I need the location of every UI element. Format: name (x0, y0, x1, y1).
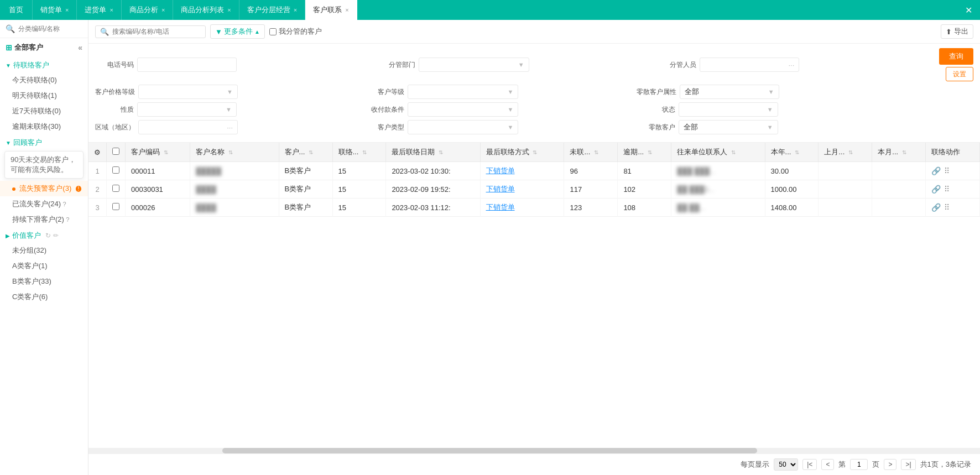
all-customers-label: 全部客户 (14, 43, 43, 53)
filter-customer-type-select[interactable]: ▼ (408, 120, 518, 134)
th-contact-num[interactable]: 联络... ⇅ (332, 143, 386, 162)
filter-sparse-select[interactable]: 全部 ▼ (679, 120, 778, 134)
row2-action-more-icon[interactable]: ⠿ (944, 185, 950, 194)
per-page-select[interactable]: 50 (774, 458, 798, 471)
sidebar-item-ungrouped[interactable]: 未分组(32) (0, 243, 88, 258)
row3-select[interactable] (112, 203, 119, 210)
th-code[interactable]: 客户编码 ⇅ (126, 143, 190, 162)
filter-region-select[interactable]: ··· (138, 120, 238, 134)
first-page-btn[interactable]: |< (802, 459, 817, 470)
filter-dept-label: 分管部门 (377, 60, 415, 70)
sidebar-item-7days[interactable]: 近7天待联络(0) (0, 103, 88, 119)
filter-phone: 电话号码 (95, 58, 372, 72)
th-person[interactable]: 往来单位联系人 ⇅ (671, 143, 765, 162)
row2-actions: 🔗 ⠿ (926, 180, 980, 199)
query-button[interactable]: 查询 (939, 48, 973, 65)
sort-person-icon: ⇅ (731, 149, 736, 155)
filter-sparse-attr-select[interactable]: 全部 ▼ (680, 85, 779, 99)
tab-home[interactable]: 首页 (0, 0, 33, 20)
row2-checkbox[interactable] (107, 180, 126, 199)
export-label: 导出 (954, 27, 968, 36)
my-customers-checkbox[interactable] (269, 28, 277, 35)
settings-button[interactable]: 设置 (946, 67, 973, 81)
filter-payment-select[interactable]: ▼ (408, 102, 518, 117)
sidebar-item-churned[interactable]: 已流失客户(24) ? (0, 196, 88, 212)
scrollbar-thumb[interactable] (222, 448, 757, 453)
horizontal-scrollbar[interactable] (88, 448, 980, 453)
sidebar-section-pending[interactable]: ▼ 待联络客户 (0, 57, 88, 72)
filter-status-select[interactable]: ▼ (679, 102, 778, 117)
review-tooltip: 90天未交易的客户，可能有流失风险。 (4, 151, 84, 179)
th-customer-type[interactable]: 客户... ⇅ (279, 143, 332, 162)
row2-select[interactable] (112, 185, 119, 192)
next-page-btn[interactable]: > (884, 459, 896, 470)
th-gear[interactable]: ⚙ (88, 143, 107, 162)
sidebar-item-class-b[interactable]: B类客户(33) (0, 274, 88, 289)
more-conditions-btn[interactable]: ▼ 更多条件 ▲ (210, 24, 265, 39)
sidebar-item-churn-warning[interactable]: 流失预警客户(3) ! (0, 181, 88, 196)
select-all-checkbox[interactable] (112, 148, 119, 155)
export-button[interactable]: ⬆ 导出 (941, 24, 973, 39)
tab-product-analysis[interactable]: 商品分析 × (122, 0, 173, 20)
sidebar-item-overdue-contact[interactable]: 逾期未联络(30) (0, 119, 88, 134)
tab-customer-contact-close[interactable]: × (345, 7, 348, 13)
th-overdue[interactable]: 逾期... ⇅ (618, 143, 671, 162)
dots-icon-person[interactable]: ··· (789, 61, 795, 69)
row1-action-more-icon[interactable]: ⠿ (944, 166, 950, 175)
my-customers-toggle[interactable]: 我分管的客户 (269, 27, 322, 36)
sidebar-section-value[interactable]: ▶ 价值客户 ↻ ✏ (0, 227, 88, 243)
th-last-method[interactable]: 最后联络方式 ⇅ (480, 143, 564, 162)
tab-customer-tier[interactable]: 客户分层经营 × (239, 0, 305, 20)
filter-phone-label: 电话号码 (95, 60, 134, 70)
tab-sales-order-close[interactable]: × (65, 7, 69, 13)
sidebar-item-today[interactable]: 今天待联络(0) (0, 72, 88, 88)
tab-purchase-order-close[interactable]: × (110, 7, 113, 13)
sort-overdue-icon: ⇅ (648, 149, 652, 155)
row3-checkbox[interactable] (107, 199, 126, 217)
filter-person-select[interactable]: ··· (700, 58, 799, 72)
row2-action-link-icon[interactable]: 🔗 (931, 185, 941, 194)
sidebar-item-declining[interactable]: 持续下滑客户(2) ? (0, 212, 88, 227)
filter-customer-level-select[interactable]: ▼ (408, 85, 518, 99)
sidebar-item-tomorrow[interactable]: 明天待联络(1) (0, 88, 88, 103)
row3-action-more-icon[interactable]: ⠿ (944, 203, 950, 212)
tab-product-analysis-list-close[interactable]: × (227, 7, 231, 13)
total-records: 共1页，3条记录 (920, 460, 971, 469)
refresh-icon-value[interactable]: ↻ (45, 232, 51, 239)
dots-icon-region[interactable]: ··· (227, 123, 233, 132)
sidebar-collapse-icon[interactable]: « (78, 43, 82, 52)
tab-customer-tier-close[interactable]: × (294, 7, 297, 13)
sidebar-search-input[interactable] (18, 25, 88, 33)
row1-checkbox[interactable] (107, 162, 126, 180)
row3-action-link-icon[interactable]: 🔗 (931, 203, 941, 212)
sidebar-all-customers-header[interactable]: ⊞ 全部客户 « (0, 38, 88, 57)
filter-price-level-select[interactable]: ▼ (138, 85, 238, 99)
filter-phone-input[interactable] (137, 58, 237, 72)
tab-purchase-order[interactable]: 进货单 × (77, 0, 121, 20)
toolbar: 🔍 ▼ 更多条件 ▲ 我分管的客户 ⬆ 导出 (88, 20, 980, 44)
th-last-month[interactable]: 上月... ⇅ (819, 143, 872, 162)
page-number-input[interactable] (850, 459, 868, 470)
sidebar-section-review[interactable]: ▼ 回顾客户 (0, 134, 88, 150)
tab-sales-order[interactable]: 销货单 × (33, 0, 77, 20)
tab-customer-contact[interactable]: 客户联系 × (305, 0, 357, 20)
th-checkbox[interactable] (107, 143, 126, 162)
th-name[interactable]: 客户名称 ⇅ (190, 143, 279, 162)
sidebar-item-class-a[interactable]: A类客户(1) (0, 258, 88, 274)
last-page-btn[interactable]: >| (901, 459, 915, 470)
search-input[interactable] (112, 28, 201, 35)
th-last-date[interactable]: 最后联络日期 ⇅ (386, 143, 480, 162)
tab-product-analysis-close[interactable]: × (161, 7, 165, 13)
window-close-button[interactable]: ✕ (957, 5, 980, 15)
th-this-month[interactable]: 本月... ⇅ (872, 143, 926, 162)
tab-product-analysis-list[interactable]: 商品分析列表 × (173, 0, 239, 20)
row1-action-link-icon[interactable]: 🔗 (931, 166, 941, 175)
row1-select[interactable] (112, 166, 119, 174)
filter-nature-select[interactable]: ▼ (137, 102, 237, 117)
th-unlinked[interactable]: 未联... ⇅ (564, 143, 618, 162)
th-this-year[interactable]: 本年... ⇅ (765, 143, 819, 162)
filter-dept-select[interactable]: ▼ (419, 58, 529, 72)
sidebar-item-class-c[interactable]: C类客户(6) (0, 289, 88, 305)
prev-page-btn[interactable]: < (821, 459, 834, 470)
edit-icon-value[interactable]: ✏ (53, 232, 59, 239)
